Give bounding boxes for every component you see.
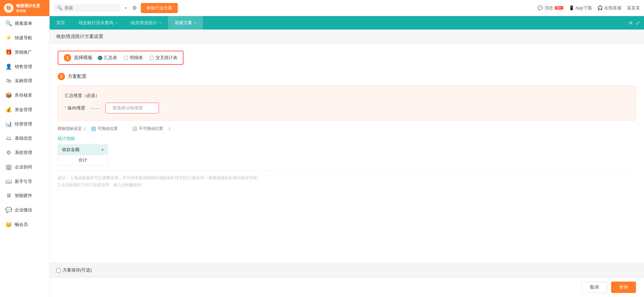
tab-collection[interactable]: 收款情况统计 ×: [124, 16, 168, 30]
tab-new-plan-label: 新建方案: [175, 20, 192, 26]
sidebar-item-label: 系统管理: [15, 150, 32, 156]
topbar-chevron-icon[interactable]: ▾: [125, 6, 127, 10]
radio-summary-input[interactable]: [98, 56, 102, 60]
sidebar-item-label: 畅会员: [15, 221, 28, 228]
tip-line-2: 2.点击标题栏下拉可设置排序、插入列和删除列: [58, 182, 636, 188]
tab-home[interactable]: 首页: [50, 16, 72, 30]
legend-fixed-label: 不可拖动位置: [139, 126, 163, 132]
enterprise-icon: 🏢: [5, 164, 12, 170]
footer-save-checkbox[interactable]: 方案保存(可选): [56, 267, 92, 273]
page-header: 收款情况统计方案设置: [50, 30, 644, 44]
footer-save-input[interactable]: [56, 268, 61, 273]
app-label: App下载: [576, 5, 592, 11]
system-icon: ⚙: [5, 149, 12, 156]
topbar-search-box[interactable]: 🔍: [54, 4, 121, 12]
dimension-row-label: * 纵向维度: [65, 105, 85, 111]
radio-cross-input[interactable]: [150, 56, 154, 60]
section2-title: 方案配置: [68, 73, 87, 80]
logo-badge: 标准版: [16, 9, 40, 13]
message-badge: 99+: [554, 6, 564, 10]
sidebar-item-label: 搜索菜单: [15, 20, 32, 27]
dimension-required: *: [65, 105, 66, 110]
sidebar-item-label: 经营管理: [15, 121, 32, 127]
radio-cross[interactable]: 交叉统计表: [150, 55, 177, 61]
sidebar-item-finance[interactable]: 💰 资金管理: [0, 102, 49, 117]
radio-detail-input[interactable]: [124, 56, 128, 60]
message-icon: 💬: [538, 5, 543, 10]
dimension-area: 汇总维度（必选） * 纵向维度 —— 请选择分组维度: [58, 86, 636, 120]
query-button[interactable]: 查询: [611, 282, 636, 293]
content-area: 收款情况统计方案设置 1 选择模板 汇总表: [50, 30, 644, 277]
tab-bank-label: 现金银行流水查询: [78, 20, 113, 26]
marketing-icon: 🎁: [5, 49, 12, 55]
topbar-app[interactable]: 📱 App下载: [569, 5, 592, 11]
sidebar-item-quick-nav[interactable]: ⚡ 快捷导航: [0, 31, 49, 45]
tab-bank[interactable]: 现金银行流水查询 ×: [72, 16, 124, 30]
hardware-icon: 🖥: [5, 193, 12, 199]
sidebar-item-newbie[interactable]: 📖 新手引导: [0, 174, 49, 189]
sidebar-item-inventory[interactable]: 📦 库存核算: [0, 88, 49, 102]
radio-summary[interactable]: 汇总表: [98, 55, 117, 61]
indicator-col-name: 收款金额: [62, 147, 79, 153]
topbar-service[interactable]: 🎧 在线客服: [597, 5, 622, 11]
member-icon: 👑: [5, 221, 12, 228]
legend-separator: [123, 126, 127, 132]
sidebar-item-sales[interactable]: 👤 销售管理: [0, 59, 49, 74]
tip-line-1: 提示： 1.拖动标题栏可以调整布局，不可跨维度或指标区域拖动栏目字段(只能在同一…: [58, 175, 636, 181]
indicators-section: 模板指标设定（ 可拖动位置 不可拖动位置 ） 统计指标: [58, 126, 636, 165]
radio-cross-label: 交叉统计表: [156, 55, 177, 61]
topbar-gear-icon[interactable]: ⚙: [132, 5, 137, 11]
tab-collection-label: 收款情况统计: [131, 20, 157, 26]
tab-actions: ✕ ⤢: [625, 16, 644, 30]
indicator-chevron-icon[interactable]: ▾: [102, 148, 104, 152]
sidebar-item-marketing[interactable]: 🎁 营销推广: [0, 45, 49, 59]
search-input[interactable]: [64, 5, 111, 10]
sidebar-item-system[interactable]: ⚙ 系统管理: [0, 145, 49, 160]
section2-header: 2 方案配置: [58, 73, 636, 80]
indicator-header[interactable]: 收款金额 ▾: [58, 145, 108, 155]
dimension-select-btn[interactable]: 请选择分组维度: [105, 103, 159, 113]
finance-icon: 💰: [5, 106, 12, 113]
cancel-button[interactable]: 取消: [582, 282, 607, 293]
fixed-dot: [132, 127, 137, 131]
tips-area: 提示： 1.拖动标题栏可以调整布局，不可跨维度或指标区域拖动栏目字段(只能在同一…: [58, 171, 636, 193]
tab-bank-close[interactable]: ×: [115, 21, 117, 25]
tab-home-label: 首页: [56, 20, 65, 26]
tab-expand-btn[interactable]: ⤢: [636, 20, 640, 26]
section1-header: 1 选择模板: [64, 54, 93, 61]
industry-btn[interactable]: 体验行业方案: [141, 3, 178, 13]
purchase-icon: 🛍: [5, 78, 12, 84]
sidebar-item-hardware[interactable]: 🖥 智能硬件: [0, 189, 49, 203]
sidebar-item-purchase[interactable]: 🛍 采购管理: [0, 74, 49, 88]
sidebar-item-search-menu[interactable]: 🔍 搜索菜单: [0, 16, 49, 31]
bottom-bar: 取消 查询: [50, 277, 644, 297]
service-icon: 🎧: [597, 5, 603, 10]
sales-icon: 👤: [5, 63, 12, 70]
sidebar-item-label: 资金管理: [15, 107, 32, 113]
sidebar-logo: 畅 畅捷通好生意 标准版: [0, 0, 49, 16]
sidebar-item-label: 企业协同: [15, 164, 32, 170]
legend-label: 模板指标设定（: [58, 126, 86, 132]
sidebar-item-label: 智能硬件: [15, 193, 32, 199]
tab-new-plan[interactable]: 新建方案 ×: [168, 16, 203, 30]
logo-icon: 畅: [4, 3, 13, 13]
sidebar-item-label: 营销推广: [15, 49, 32, 55]
legend-draggable-label: 可拖动位置: [98, 126, 118, 132]
sidebar-item-wechat[interactable]: 💬 企业微信: [0, 203, 49, 217]
section1-num: 1: [64, 54, 71, 61]
radio-detail[interactable]: 明细表: [124, 55, 143, 61]
tab-collection-close[interactable]: ×: [159, 21, 161, 25]
footer: 方案保存(可选): [50, 263, 644, 277]
topbar-message[interactable]: 💬 消息 99+: [538, 5, 564, 11]
sidebar-item-basic[interactable]: 🗂 基础信息: [0, 131, 49, 145]
dimension-arrow-icon: ——: [91, 105, 100, 111]
sidebar-item-member[interactable]: 👑 畅会员: [0, 217, 49, 232]
sidebar-item-management[interactable]: 📊 经营管理: [0, 117, 49, 131]
topbar-user[interactable]: 某某某: [627, 5, 640, 11]
sidebar-item-enterprise[interactable]: 🏢 企业协同: [0, 160, 49, 174]
tab-new-plan-close[interactable]: ×: [194, 21, 196, 25]
newbie-icon: 📖: [5, 178, 12, 185]
radio-summary-label: 汇总表: [104, 55, 117, 61]
sidebar: 畅 畅捷通好生意 标准版 🔍 搜索菜单 ⚡ 快捷导航 🎁 营销推广 👤 销售管理…: [0, 0, 50, 297]
tab-close-btn[interactable]: ✕: [629, 20, 633, 26]
